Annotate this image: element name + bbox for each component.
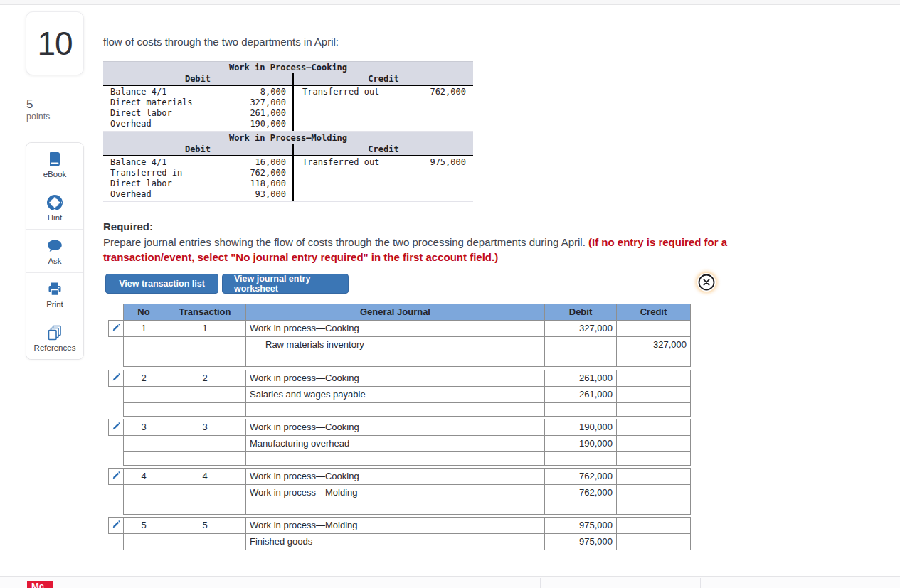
pencil-icon bbox=[112, 372, 121, 385]
entry-label: Transferred out bbox=[294, 87, 391, 97]
cell-account: Salaries and wages payable bbox=[246, 387, 545, 403]
edit-entry-button[interactable] bbox=[108, 320, 124, 337]
cell-credit bbox=[617, 469, 691, 485]
cell-credit bbox=[617, 419, 691, 436]
journal-col-transaction: Transaction bbox=[164, 304, 246, 321]
cell-transaction bbox=[164, 534, 246, 550]
debit-column-label: Debit bbox=[103, 144, 292, 156]
question-number: 10 bbox=[37, 24, 72, 63]
footer-bar: Mc bbox=[0, 576, 900, 588]
journal-col-general-journal: General Journal bbox=[246, 304, 545, 321]
t-accounts: Work in Process—Cooking Debit Balance 4/… bbox=[103, 61, 473, 202]
cell-credit bbox=[617, 534, 691, 550]
t-account-debit-row: Overhead 93,000 bbox=[103, 189, 292, 200]
lifebuoy-icon bbox=[46, 194, 63, 211]
entry-label: Direct labor bbox=[103, 108, 218, 119]
entry-label: Overhead bbox=[103, 189, 218, 200]
journal-col-no: No bbox=[124, 304, 164, 321]
cell-account: Work in process—Cooking bbox=[246, 370, 545, 387]
cell-spacer bbox=[164, 353, 246, 367]
cell-spacer bbox=[164, 452, 246, 466]
cell-account: Work in process—Cooking bbox=[246, 419, 545, 436]
required-label: Required: bbox=[103, 220, 153, 232]
t-account-debit-row: Transferred in 762,000 bbox=[103, 168, 292, 178]
sidebar-item-label: Print bbox=[46, 300, 63, 309]
cell-spacer bbox=[617, 353, 691, 367]
t-account-credit-row: Transferred out 762,000 bbox=[294, 87, 473, 97]
cell-account: Work in process—Molding bbox=[246, 485, 545, 501]
entry-label: Direct materials bbox=[103, 97, 218, 108]
cell-spacer bbox=[124, 501, 164, 515]
cell-debit: 975,000 bbox=[545, 534, 617, 550]
required-paragraph: Prepare journal entries showing the flow… bbox=[103, 235, 778, 264]
pencil-icon bbox=[112, 519, 121, 532]
sidebar-item-hint[interactable]: Hint bbox=[26, 186, 83, 230]
cell-no bbox=[124, 337, 164, 353]
edit-entry-button[interactable] bbox=[108, 517, 124, 534]
cell-no bbox=[124, 387, 164, 403]
pencil-icon bbox=[112, 421, 121, 434]
points-block: 5 points bbox=[26, 97, 50, 123]
cell-transaction bbox=[164, 337, 246, 353]
entry-amount: 261,000 bbox=[218, 108, 292, 119]
entry-label: Overhead bbox=[103, 119, 218, 129]
sidebar-item-label: Ask bbox=[48, 257, 61, 265]
sidebar-item-ebook[interactable]: eBook bbox=[26, 143, 83, 186]
cell-spacer bbox=[545, 353, 617, 367]
cell-debit: 327,000 bbox=[545, 321, 617, 337]
cell-no bbox=[124, 534, 164, 550]
cell-spacer bbox=[164, 403, 246, 417]
sidebar-item-ask[interactable]: Ask bbox=[26, 230, 83, 273]
cell-debit: 261,000 bbox=[545, 387, 617, 403]
cell-credit bbox=[617, 321, 691, 337]
entry-label: Balance 4/1 bbox=[103, 157, 218, 168]
entry-amount: 8,000 bbox=[218, 87, 292, 97]
cell-no: 2 bbox=[124, 370, 164, 387]
required-text: Prepare journal entries showing the flow… bbox=[103, 236, 586, 248]
sidebar-item-references[interactable]: References bbox=[26, 316, 83, 359]
cell-spacer bbox=[617, 501, 691, 515]
question-number-box: 10 bbox=[26, 11, 84, 75]
cell-no bbox=[124, 485, 164, 501]
cell-transaction: 3 bbox=[164, 419, 246, 436]
cell-credit bbox=[617, 387, 691, 403]
cell-spacer bbox=[124, 403, 164, 417]
footer-divider bbox=[540, 578, 541, 588]
debit-column-label: Debit bbox=[103, 73, 292, 86]
printer-icon bbox=[46, 281, 63, 298]
close-panel-button[interactable] bbox=[697, 273, 716, 292]
view-journal-entry-worksheet-button[interactable]: View journal entry worksheet bbox=[222, 274, 349, 294]
edit-entry-button[interactable] bbox=[108, 370, 124, 387]
cell-spacer bbox=[246, 353, 545, 367]
close-icon bbox=[697, 282, 716, 294]
top-bar bbox=[0, 0, 900, 5]
t-account-title: Work in Process—Molding bbox=[103, 132, 473, 144]
t-account-debit-row: Direct materials 327,000 bbox=[103, 97, 292, 108]
sidebar-item-label: Hint bbox=[48, 213, 62, 222]
t-account-debit-row: Balance 4/1 8,000 bbox=[103, 87, 292, 97]
view-transaction-list-button[interactable]: View transaction list bbox=[105, 274, 218, 294]
cell-transaction: 4 bbox=[164, 469, 246, 485]
cell-debit: 762,000 bbox=[545, 469, 617, 485]
t-account-debit-row: Balance 4/1 16,000 bbox=[103, 157, 292, 168]
entry-label: Balance 4/1 bbox=[103, 87, 218, 97]
entry-amount: 762,000 bbox=[391, 87, 473, 97]
cell-spacer bbox=[545, 501, 617, 515]
cell-debit: 762,000 bbox=[545, 485, 617, 501]
credit-column-label: Credit bbox=[294, 73, 473, 86]
cell-no: 3 bbox=[124, 419, 164, 436]
journal-entry-group: 55Work in process—Molding975,000Finished… bbox=[123, 517, 691, 550]
edit-entry-button[interactable] bbox=[108, 468, 124, 485]
entry-label: Direct labor bbox=[103, 178, 218, 189]
entry-amount: 93,000 bbox=[218, 189, 292, 200]
entry-label: Transferred out bbox=[294, 157, 391, 168]
edit-entry-button[interactable] bbox=[108, 419, 124, 436]
mcgraw-hill-logo: Mc bbox=[27, 581, 53, 588]
cell-spacer bbox=[545, 452, 617, 466]
sidebar-item-print[interactable]: Print bbox=[26, 273, 83, 316]
entry-amount: 16,000 bbox=[218, 157, 292, 168]
cell-spacer bbox=[617, 452, 691, 466]
journal-col-debit: Debit bbox=[545, 304, 617, 321]
sidebar-item-label: References bbox=[34, 343, 76, 352]
journal-header-row: No Transaction General Journal Debit Cre… bbox=[123, 304, 691, 321]
